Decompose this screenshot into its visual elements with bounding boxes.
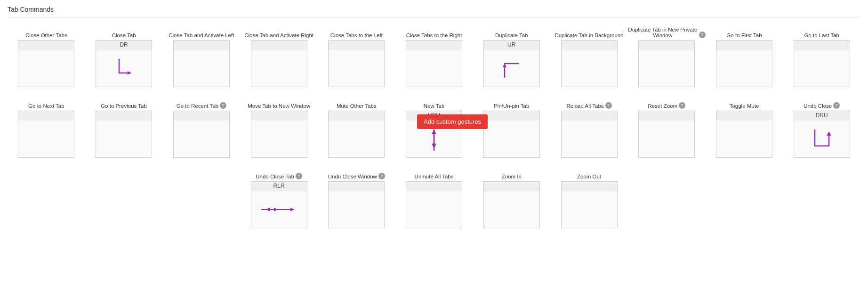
gesture-box[interactable]: [406, 181, 462, 228]
cmd-label: New Tab: [424, 96, 445, 109]
command-row-2: Go to Next Tab Go to Previous Tab Go to …: [8, 96, 860, 158]
cmd-label: Undo Close Window ?: [328, 166, 385, 179]
cmd-label: Duplicate Tab: [495, 25, 528, 38]
cmd-reload-all-tabs: Reload All Tabs ?: [550, 96, 628, 158]
gesture-box[interactable]: [561, 111, 618, 158]
cmd-duplicate-tab: Duplicate Tab UR: [473, 25, 550, 87]
cmd-undo-close-tab: Undo Close Tab ? RLR: [240, 166, 318, 228]
cmd-label: Zoom In: [502, 166, 522, 179]
cmd-duplicate-tab-private: Duplicate Tab in New Private Window ?: [628, 25, 706, 87]
cmd-label: Close Tabs to the Left: [330, 25, 383, 38]
cmd-zoom-out: Zoom Out: [550, 166, 628, 228]
cmd-close-tab-activate-left: Close Tab and Activate Left: [162, 25, 240, 87]
help-icon[interactable]: ?: [833, 102, 840, 109]
cmd-close-tab-activate-right: Close Tab and Activate Right: [240, 25, 318, 87]
gesture-box[interactable]: [483, 111, 540, 158]
cmd-move-tab-new-window: Move Tab to New Window: [240, 96, 318, 158]
cmd-unmute-all-tabs: Unmute All Tabs: [395, 166, 473, 228]
help-icon[interactable]: ?: [605, 102, 612, 109]
cmd-label: Go to Last Tab: [804, 25, 839, 38]
cmd-label: Undo Close Tab ?: [256, 166, 302, 179]
command-row-3: Undo Close Tab ? RLR Undo Close Window ?: [8, 166, 860, 228]
cmd-undo-close-window: Undo Close Window ?: [318, 166, 395, 228]
cmd-close-tabs-right: Close Tabs to the Right: [395, 25, 473, 87]
cmd-label: Toggle Mute: [730, 96, 759, 109]
gesture-box[interactable]: [561, 181, 618, 228]
help-icon[interactable]: ?: [378, 173, 385, 179]
cmd-go-recent-tab: Go to Recent Tab ?: [162, 96, 240, 158]
cmd-go-previous-tab: Go to Previous Tab: [85, 96, 163, 158]
gesture-box[interactable]: RLR: [251, 181, 307, 228]
cmd-go-next-tab: Go to Next Tab: [8, 96, 85, 158]
gesture-box[interactable]: [173, 111, 230, 158]
cmd-label: Duplicate Tab in New Private Window ?: [628, 25, 706, 38]
cmd-zoom-in: Zoom In: [473, 166, 550, 228]
gesture-box[interactable]: [638, 111, 695, 158]
gesture-box[interactable]: [96, 111, 152, 158]
svg-marker-6: [827, 132, 831, 136]
gesture-box[interactable]: [251, 111, 307, 158]
cmd-label: Close Tabs to the Right: [406, 25, 462, 38]
cmd-label: Move Tab to New Window: [248, 96, 310, 109]
cmd-pin-unpin-tab: Pin/Un-pin Tab: [473, 96, 550, 158]
cmd-label: Reload All Tabs ?: [566, 96, 611, 109]
help-icon[interactable]: ?: [679, 102, 685, 109]
cmd-new-tab: New Tab UDU: [395, 96, 473, 158]
gesture-box[interactable]: [328, 40, 385, 87]
cmd-label: Unmute All Tabs: [415, 166, 454, 179]
cmd-close-tab: Close Tab DR: [85, 25, 163, 87]
cmd-undo-close: Undo Close ? DRU: [783, 96, 860, 158]
cmd-reset-zoom: Reset Zoom ?: [628, 96, 706, 158]
help-icon[interactable]: ?: [220, 102, 226, 109]
gesture-box[interactable]: [328, 111, 385, 158]
help-icon[interactable]: ?: [296, 173, 302, 179]
gesture-box[interactable]: [406, 40, 462, 87]
svg-marker-12: [290, 208, 294, 211]
gesture-box[interactable]: [18, 40, 74, 87]
gesture-box[interactable]: UR: [483, 40, 540, 87]
help-icon[interactable]: ?: [699, 32, 706, 38]
cmd-label: Close Tab and Activate Right: [244, 25, 313, 38]
gesture-box[interactable]: [638, 40, 695, 87]
svg-marker-0: [128, 71, 131, 75]
gesture-box[interactable]: [716, 111, 772, 158]
cmd-label: Duplicate Tab in Background: [555, 25, 623, 38]
cmd-toggle-mute: Toggle Mute: [706, 96, 783, 158]
cmd-label: Reset Zoom ?: [648, 96, 685, 109]
gesture-box[interactable]: DR: [96, 40, 152, 87]
cmd-label: Go to Recent Tab ?: [177, 96, 226, 109]
cmd-duplicate-tab-background: Duplicate Tab in Background: [550, 25, 628, 87]
gesture-box[interactable]: UDU: [406, 111, 462, 158]
cmd-label: Close Other Tabs: [25, 25, 67, 38]
cmd-label: Close Tab and Activate Left: [169, 25, 234, 38]
cmd-close-other-tabs: Close Other Tabs: [8, 25, 85, 87]
gesture-box[interactable]: [173, 40, 230, 87]
cmd-close-tabs-left: Close Tabs to the Left: [318, 25, 395, 87]
section-title: Tab Commands: [8, 6, 860, 17]
cmd-label: Undo Close ?: [804, 96, 840, 109]
gesture-box[interactable]: [561, 40, 618, 87]
gesture-box[interactable]: DRU: [794, 111, 850, 158]
gesture-box[interactable]: [328, 181, 385, 228]
cmd-go-last-tab: Go to Last Tab: [783, 25, 860, 87]
command-row-1: Close Other Tabs Close Tab DR: [8, 25, 860, 87]
gesture-box[interactable]: [794, 40, 850, 87]
gesture-box[interactable]: [483, 181, 540, 228]
gesture-box[interactable]: [18, 111, 74, 158]
svg-marker-5: [432, 144, 436, 148]
cmd-mute-other-tabs: Mute Other Tabs: [318, 96, 395, 158]
cmd-label: Zoom Out: [577, 166, 601, 179]
cmd-label: Go to First Tab: [726, 25, 762, 38]
cmd-label: Close Tab: [112, 25, 136, 38]
cmd-label: Mute Other Tabs: [337, 96, 377, 109]
cmd-label: Go to Next Tab: [28, 96, 64, 109]
gesture-box[interactable]: [251, 40, 307, 87]
cmd-label: Pin/Un-pin Tab: [494, 96, 529, 109]
gesture-box[interactable]: [716, 40, 772, 87]
tab-commands-page: Tab Commands Close Other Tabs Close Tab …: [0, 0, 868, 298]
cmd-label: Go to Previous Tab: [101, 96, 147, 109]
cmd-go-first-tab: Go to First Tab: [706, 25, 783, 87]
